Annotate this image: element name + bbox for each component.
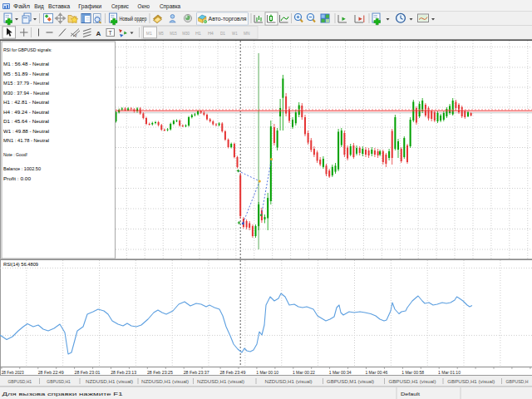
svg-text:1 Mar 00:10: 1 Mar 00:10 [256,370,278,375]
svg-text:Balance : 1002.50: Balance : 1002.50 [3,166,41,171]
svg-text:GBPUSD,H1: GBPUSD,H1 [8,379,32,384]
svg-text:Profit : 0.00: Profit : 0.00 [3,176,31,181]
svg-text:M5: M5 [159,31,164,36]
svg-text:1 Mar 00:22: 1 Mar 00:22 [293,370,315,375]
svg-text:GBPUSD,H: GBPUSD,H [506,379,529,384]
svg-text:28 Feb 23:13: 28 Feb 23:13 [111,370,136,375]
svg-text:Файл: Файл [13,2,30,10]
svg-text:M30: M30 [182,31,190,36]
svg-text:W1 : 49.88 - Neutral: W1 : 49.88 - Neutral [3,129,49,134]
svg-text:M5 : 51.89 - Neutral: M5 : 51.89 - Neutral [3,71,49,76]
svg-text:GBPUSD,H1 (visual): GBPUSD,H1 (visual) [389,379,436,384]
svg-text:Сервис: Сервис [111,2,129,10]
svg-text:T: T [109,30,113,36]
svg-text:GBPUSD,H1 (visual): GBPUSD,H1 (visual) [447,379,495,384]
svg-text:NZDUSD,H1 (visual): NZDUSD,H1 (visual) [265,379,313,384]
svg-text:H4: H4 [208,31,214,36]
svg-text:M15: M15 [170,31,177,36]
svg-text:1 Mar 01:10: 1 Mar 01:10 [438,370,461,375]
svg-text:D1: D1 [220,31,225,36]
svg-text:28 Feb 23:37: 28 Feb 23:37 [184,370,209,375]
svg-text:MN1 : 41.78 - Neutral: MN1 : 41.78 - Neutral [3,138,49,143]
svg-text:Вставка: Вставка [48,2,70,10]
svg-text:NZDUSD,H1 (visual): NZDUSD,H1 (visual) [86,379,133,384]
svg-text:Авто-торговля: Авто-торговля [209,16,247,22]
svg-text:1 Mar 00:46: 1 Mar 00:46 [365,370,387,375]
svg-text:W1: W1 [232,31,238,36]
svg-text:Графики: Графики [78,2,101,10]
svg-text:GBPUSD,H1: GBPUSD,H1 [47,379,71,384]
svg-text:D1 : 45.64 - Neutral: D1 : 45.64 - Neutral [3,119,49,124]
svg-text:M30 : 37.94 - Neutral: M30 : 37.94 - Neutral [3,91,49,96]
svg-text:H1: H1 [195,31,201,36]
svg-text:28 Feb 23:25: 28 Feb 23:25 [147,370,173,375]
svg-text:GBPUSD,M1 (visual): GBPUSD,M1 (visual) [327,379,374,384]
svg-text:H4 : 49.24 - Neutral: H4 : 49.24 - Neutral [3,110,49,115]
svg-text:Default: Default [401,392,420,397]
svg-text:28 Feb 22:49: 28 Feb 22:49 [38,370,64,375]
svg-text:1 Mar 00:58: 1 Mar 00:58 [401,370,424,375]
svg-text:28 Feb 23:01: 28 Feb 23:01 [75,370,101,375]
svg-text:M15 : 37.79 - Neutral: M15 : 37.79 - Neutral [3,81,49,86]
svg-text:A: A [96,30,101,37]
svg-text:MN: MN [244,31,250,36]
svg-text:Справка: Справка [160,2,181,10]
svg-text:M1: M1 [146,31,152,36]
svg-text:Вид: Вид [34,2,44,10]
svg-text:Для вызова справки нажмите F1: Для вызова справки нажмите F1 [2,392,124,397]
svg-text:H1 : 42.81 - Neutral: H1 : 42.81 - Neutral [3,100,49,105]
svg-text:RSI for GBPUSD signals:: RSI for GBPUSD signals: [3,47,52,52]
svg-text:M1 : 56.48 - Neutral: M1 : 56.48 - Neutral [3,62,49,66]
svg-text:NZDUSD,H1 (visual): NZDUSD,H1 (visual) [141,379,189,384]
svg-text:Note : Good!: Note : Good! [3,152,27,157]
svg-text:1 Mar 00:34: 1 Mar 00:34 [329,370,352,375]
svg-text:Новый ордер: Новый ордер [120,16,147,22]
svg-text:NZDUSD,H1 (visual): NZDUSD,H1 (visual) [197,379,244,384]
svg-text:Окно: Окно [138,2,150,10]
svg-text:RSI(14) 56.4809: RSI(14) 56.4809 [3,262,38,267]
svg-text:28 Feb 23:49: 28 Feb 23:49 [219,370,245,375]
svg-text:28 Feb 2023: 28 Feb 2023 [2,370,24,375]
